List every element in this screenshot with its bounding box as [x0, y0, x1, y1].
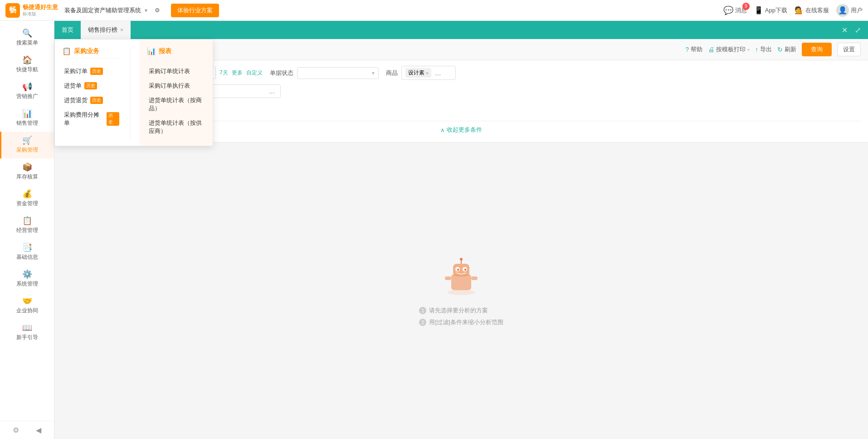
logo-area: 畅 畅捷通好生意 标准版 — [5, 3, 60, 18]
svg-point-6 — [464, 269, 466, 271]
print-arrow: ▾ — [747, 47, 750, 52]
tab-bar-actions: ✕ ⤢ — [840, 24, 868, 36]
purchase-business-title: 📋 采购业务 — [62, 47, 121, 59]
tab-maximize-btn[interactable]: ⤢ — [853, 24, 863, 36]
menu-item-purchase-order[interactable]: 采购订单 历史 — [62, 64, 121, 79]
empty-tip-1: 1 请先选择要分析的方案 — [419, 305, 503, 316]
sidebar-collapse-btn[interactable]: ◀ — [36, 426, 41, 434]
system-title-area: 装备及固定资产辅助管理系统 ▾ ⚙ 体验行业方案 — [64, 4, 723, 17]
report-section: 📊 报表 采购订单统计表 采购订单执行表 进货单统计表（按商品） 进货单统计表（… — [140, 39, 213, 146]
report-icon: 📊 — [147, 47, 156, 55]
svg-rect-1 — [451, 274, 471, 290]
sidebar-item-marketing[interactable]: 📢 营销推广 — [0, 78, 54, 105]
sidebar-item-search[interactable]: 🔍 搜索菜单 — [0, 25, 54, 51]
help-btn[interactable]: ? 帮助 — [685, 45, 702, 54]
empty-state: 1 请先选择要分析的方案 2 用[过滤]条件来缩小分析范围 — [54, 143, 868, 439]
menu-item-order-stats[interactable]: 采购订单统计表 — [147, 64, 206, 79]
finance-icon: 💰 — [22, 190, 32, 198]
history-badge-2: 历史 — [90, 97, 103, 104]
date-shortcuts: 7天 更多 自定义 — [219, 69, 263, 77]
svg-rect-10 — [471, 276, 478, 280]
empty-tip-2: 2 用[过滤]条件来缩小分析范围 — [419, 316, 503, 328]
menu-divider — [130, 47, 131, 138]
system-icon: ⚙️ — [22, 270, 32, 278]
sidebar-item-finance[interactable]: 💰 资金管理 — [0, 185, 54, 212]
menu-item-purchase-cost[interactable]: 采购费用分摊单 历史 — [62, 108, 121, 130]
tab-bar: 首页 销售排行榜 × ✕ ⤢ — [54, 21, 868, 39]
goods-tag: 设计素 × — [405, 68, 431, 78]
collapse-icon: ∧ — [440, 127, 445, 133]
empty-illustration — [439, 254, 484, 299]
messages-button[interactable]: 💬 消息 9 — [723, 5, 747, 15]
print-btn[interactable]: 🖨 按模板打印 ▾ — [708, 45, 750, 54]
staff-more-btn[interactable]: ... — [267, 87, 277, 95]
sidebar-item-inventory[interactable]: 📦 库存核算 — [0, 158, 54, 185]
sidebar-bottom: ⚙ ◀ — [0, 421, 54, 439]
user-avatar: 👤 — [836, 4, 849, 17]
inventory-icon: 📦 — [22, 163, 32, 171]
menu-item-receive-stats-goods[interactable]: 进货单统计表（按商品） — [147, 93, 206, 116]
svg-rect-9 — [445, 276, 451, 280]
sidebar-item-quick-nav[interactable]: 🏠 快捷导航 — [0, 51, 54, 78]
sidebar-item-sales[interactable]: 📊 销售管理 — [0, 105, 54, 132]
goods-tag-input[interactable]: 设计素 × ... — [401, 66, 456, 80]
menu-item-order-exec[interactable]: 采购订单执行表 — [147, 79, 206, 93]
filter-status: 单据状态 ▾ — [270, 67, 379, 79]
purchase-dropdown-menu: 📋 采购业务 采购订单 历史 进货单 历史 进货退货 历史 采购费用分摊单 历史 — [54, 39, 213, 146]
logo-text: 畅捷通好生意 标准版 — [23, 4, 58, 17]
sidebar-item-operations[interactable]: 📋 经营管理 — [0, 212, 54, 239]
sidebar-item-newbie[interactable]: 📖 新手引导 — [0, 319, 54, 346]
header-right: 💬 消息 9 📱 App下载 💁 在线客服 👤 用户 — [723, 4, 863, 17]
menu-item-purchase-return[interactable]: 进货退货 历史 — [62, 93, 121, 108]
history-badge-1: 历史 — [84, 82, 97, 89]
svg-point-8 — [460, 258, 463, 261]
online-service-button[interactable]: 💁 在线客服 — [795, 6, 829, 15]
menu-item-purchase-receive[interactable]: 进货单 历史 — [62, 79, 121, 93]
svg-point-0 — [448, 290, 475, 295]
tab-close-btn[interactable]: × — [120, 27, 123, 33]
svg-point-5 — [457, 269, 459, 271]
marketing-icon: 📢 — [22, 83, 32, 91]
goods-more-btn[interactable]: ... — [433, 69, 443, 77]
tab-sales-rank[interactable]: 销售排行榜 × — [81, 21, 131, 39]
purchase-business-section: 📋 采购业务 采购订单 历史 进货单 历史 进货退货 历史 采购费用分摊单 历史 — [62, 47, 121, 138]
home-icon: 🏠 — [22, 56, 32, 64]
export-btn[interactable]: ↑ 导出 — [755, 45, 772, 54]
history-badge-3: 历史 — [107, 112, 119, 126]
status-input[interactable]: ▾ — [297, 67, 379, 79]
operations-icon: 📋 — [22, 217, 32, 225]
filter-goods: 商品 设计素 × ... — [386, 66, 477, 80]
sidebar-item-purchase[interactable]: 🛒 采购管理 — [0, 132, 54, 158]
title-dropdown-arrow[interactable]: ▾ — [145, 7, 147, 14]
tab-home[interactable]: 首页 — [54, 21, 81, 39]
logo-icon: 畅 — [5, 3, 20, 18]
settings-button[interactable]: 设置 — [837, 43, 861, 56]
refresh-btn[interactable]: ↻ 刷新 — [777, 45, 796, 54]
user-button[interactable]: 👤 用户 — [836, 4, 863, 17]
search-icon: 🔍 — [22, 29, 32, 37]
sidebar-item-basic-info[interactable]: 📑 基础信息 — [0, 239, 54, 266]
svg-rect-2 — [453, 264, 469, 276]
top-header: 畅 畅捷通好生意 标准版 装备及固定资产辅助管理系统 ▾ ⚙ 体验行业方案 💬 … — [0, 0, 868, 21]
purchase-business-icon: 📋 — [62, 47, 71, 55]
app-download-button[interactable]: 📱 App下载 — [754, 6, 787, 15]
export-icon: ↑ — [755, 46, 758, 53]
query-button[interactable]: 查询 — [802, 43, 832, 56]
basic-info-icon: 📑 — [22, 243, 32, 252]
newbie-icon: 📖 — [22, 324, 32, 332]
tab-close-all-btn[interactable]: ✕ — [840, 24, 849, 36]
industry-button[interactable]: 体验行业方案 — [171, 4, 219, 17]
system-settings-icon[interactable]: ⚙ — [151, 4, 164, 17]
sidebar-item-system[interactable]: ⚙️ 系统管理 — [0, 266, 54, 292]
goods-tag-close[interactable]: × — [426, 70, 429, 76]
empty-robot-svg — [439, 254, 484, 299]
purchase-icon: 🛒 — [22, 136, 32, 144]
history-badge-0: 历史 — [90, 68, 103, 75]
menu-item-receive-stats-supplier[interactable]: 进货单统计表（按供应商） — [147, 116, 206, 138]
sidebar-item-cooperation[interactable]: 🤝 企业协同 — [0, 292, 54, 319]
refresh-icon: ↻ — [777, 46, 783, 53]
cooperation-icon: 🤝 — [22, 297, 32, 305]
print-icon: 🖨 — [708, 46, 714, 53]
system-title-text: 装备及固定资产辅助管理系统 — [64, 6, 141, 15]
sidebar-settings-btn[interactable]: ⚙ — [13, 426, 19, 434]
